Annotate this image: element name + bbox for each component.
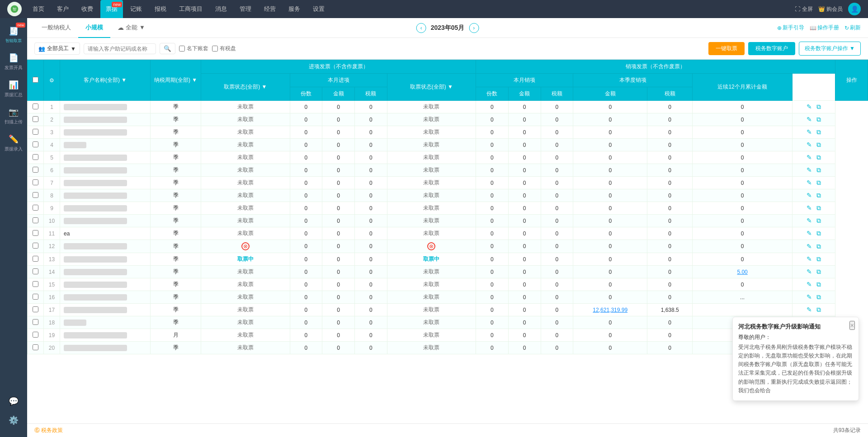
copy-btn[interactable]: ⧉ — [815, 141, 822, 149]
nav-operate[interactable]: 经营 — [259, 0, 281, 18]
digital-account-ops-btn[interactable]: 税务数字账户操作 ▼ — [799, 42, 861, 56]
copy-btn[interactable]: ⧉ — [815, 128, 822, 136]
tab-general[interactable]: 一般纳税人 — [34, 18, 78, 38]
row-checkbox[interactable] — [33, 141, 38, 147]
manual-btn[interactable]: 📖 操作手册 — [810, 24, 839, 32]
sidebar-item-config[interactable]: ⚙️ — [7, 411, 20, 430]
nav-tax[interactable]: 报税 — [149, 0, 172, 18]
edit-btn[interactable]: ✎ — [805, 179, 813, 186]
copy-btn[interactable]: ⧉ — [815, 116, 822, 123]
digital-account-btn[interactable]: 税务数字账户 — [748, 42, 795, 55]
new-guide-btn[interactable]: ⊕ 新手引导 — [777, 24, 804, 32]
sidebar-item-summary[interactable]: 📊 票据汇总 — [0, 75, 27, 103]
sidebar-item-chat[interactable]: 💬 — [7, 392, 20, 411]
statement-checkbox[interactable] — [179, 46, 185, 52]
edit-btn[interactable]: ✎ — [805, 103, 813, 110]
row-checkbox[interactable] — [33, 116, 38, 122]
row-checkbox[interactable] — [33, 243, 38, 249]
copy-btn[interactable]: ⧉ — [815, 255, 822, 263]
fullscreen-btn[interactable]: ⛶ 全屏 — [795, 5, 812, 13]
edit-btn[interactable]: ✎ — [805, 255, 813, 263]
row-checkbox[interactable] — [33, 205, 38, 211]
select-all-checkbox[interactable] — [33, 77, 38, 83]
copy-btn[interactable]: ⧉ — [815, 166, 822, 174]
sidebar-item-open-invoice[interactable]: 📄 发票开具 — [0, 48, 27, 75]
row-checkbox[interactable] — [33, 319, 38, 325]
user-avatar[interactable]: 👤 — [848, 3, 861, 15]
edit-btn[interactable]: ✎ — [805, 293, 813, 301]
copy-btn[interactable]: ⧉ — [815, 154, 822, 161]
nav-settings[interactable]: 设置 — [307, 0, 330, 18]
tab-all[interactable]: ☁ 全能 ▼ — [110, 18, 152, 38]
row-checkbox[interactable] — [33, 217, 38, 223]
nav-bookkeeping[interactable]: 记账 — [125, 0, 147, 18]
edit-btn[interactable]: ✎ — [805, 204, 813, 211]
row-checkbox[interactable] — [33, 268, 38, 274]
row-checkbox[interactable] — [33, 306, 38, 312]
edit-btn[interactable]: ✎ — [805, 154, 813, 161]
taxdisk-checkbox-label[interactable]: 有税盘 — [212, 45, 236, 52]
copy-btn[interactable]: ⧉ — [815, 204, 822, 212]
edit-btn[interactable]: ✎ — [805, 192, 813, 199]
search-button[interactable]: 🔍 — [160, 43, 175, 54]
edit-btn[interactable]: ✎ — [805, 141, 813, 148]
copy-btn[interactable]: ⧉ — [815, 306, 822, 314]
tax-policy-link[interactable]: ⑥ 税务政策 — [34, 427, 63, 434]
edit-btn[interactable]: ✎ — [805, 281, 813, 288]
nav-message[interactable]: 消息 — [210, 0, 232, 18]
nav-charge[interactable]: 收费 — [76, 0, 99, 18]
copy-btn[interactable]: ⧉ — [815, 293, 822, 301]
row-checkbox[interactable] — [33, 192, 38, 198]
edit-btn[interactable]: ✎ — [805, 116, 813, 123]
customer-name-cell — [60, 291, 151, 304]
copy-btn[interactable]: ⧉ — [815, 281, 822, 288]
copy-btn[interactable]: ⧉ — [815, 192, 822, 199]
copy-btn[interactable]: ⧉ — [815, 103, 822, 111]
row-checkbox[interactable] — [33, 294, 38, 300]
nav-invoice[interactable]: 票据 new — [100, 0, 123, 18]
nav-home[interactable]: 首页 — [27, 0, 50, 18]
row-checkbox[interactable] — [33, 332, 38, 338]
tab-small[interactable]: 小规模 — [78, 18, 110, 38]
row-checkbox[interactable] — [33, 167, 38, 173]
notification-close-btn[interactable]: × — [849, 321, 855, 330]
member-btn[interactable]: 👑 购会员 — [818, 5, 843, 13]
row-checkbox[interactable] — [33, 103, 38, 109]
row-checkbox[interactable] — [33, 129, 38, 135]
edit-btn[interactable]: ✎ — [805, 306, 813, 313]
copy-btn[interactable]: ⧉ — [815, 268, 822, 276]
one-click-get-btn[interactable]: 一键取票 — [708, 42, 745, 55]
copy-btn[interactable]: ⧉ — [815, 230, 822, 237]
employee-select[interactable]: 👥 全部员工 ▼ — [34, 42, 80, 55]
sidebar-item-smart-ticket[interactable]: 🧾 智能取票 new — [0, 22, 27, 48]
row-checkbox[interactable] — [33, 281, 38, 287]
customer-name-cell — [60, 266, 151, 278]
row-checkbox[interactable] — [33, 230, 38, 236]
gear-icon[interactable]: ⚙ — [49, 77, 54, 84]
edit-btn[interactable]: ✎ — [805, 268, 813, 275]
row-checkbox[interactable] — [33, 154, 38, 160]
row-checkbox[interactable] — [33, 344, 38, 350]
next-month-btn[interactable]: › — [469, 23, 479, 33]
nav-client[interactable]: 客户 — [52, 0, 74, 18]
copy-btn[interactable]: ⧉ — [815, 179, 822, 187]
nav-manage[interactable]: 管理 — [234, 0, 257, 18]
sidebar-item-scan[interactable]: 📷 扫描上传 — [0, 103, 27, 130]
prev-month-btn[interactable]: ‹ — [416, 23, 426, 33]
search-input[interactable] — [84, 43, 156, 54]
edit-btn[interactable]: ✎ — [805, 243, 813, 250]
statement-checkbox-label[interactable]: 名下账套 — [179, 45, 208, 52]
edit-btn[interactable]: ✎ — [805, 230, 813, 237]
edit-btn[interactable]: ✎ — [805, 166, 813, 174]
row-checkbox[interactable] — [33, 256, 38, 262]
refresh-btn[interactable]: ↻ 刷新 — [844, 24, 861, 32]
copy-btn[interactable]: ⧉ — [815, 243, 822, 250]
copy-btn[interactable]: ⧉ — [815, 217, 822, 225]
taxdisk-checkbox[interactable] — [212, 46, 218, 52]
nav-service[interactable]: 服务 — [283, 0, 306, 18]
sidebar-item-entry[interactable]: ✏️ 票据录入 — [0, 130, 27, 157]
edit-btn[interactable]: ✎ — [805, 128, 813, 136]
row-checkbox[interactable] — [33, 179, 38, 185]
edit-btn[interactable]: ✎ — [805, 217, 813, 224]
nav-commerce[interactable]: 工商项目 — [174, 0, 208, 18]
